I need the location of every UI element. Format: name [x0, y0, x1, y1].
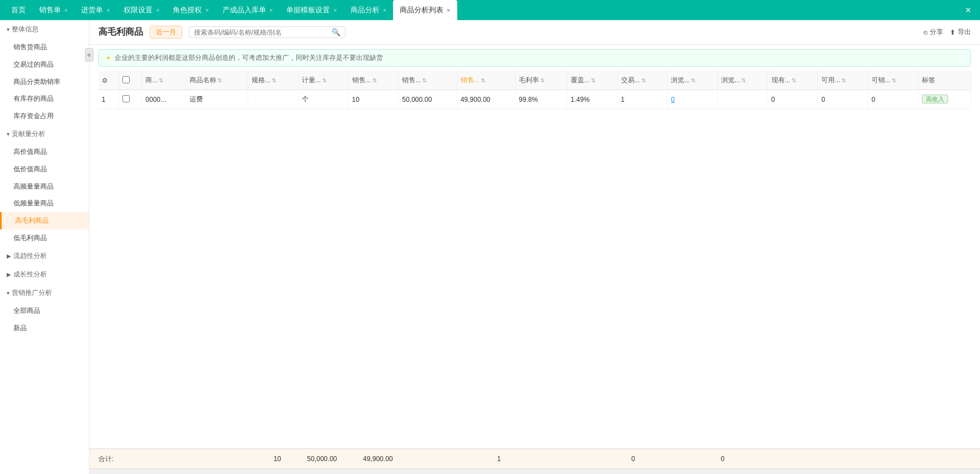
footer-sales-amount: 50,000.00 [304, 455, 359, 463]
search-box: 🔍 [189, 26, 345, 38]
horizontal-scrollbar[interactable] [89, 468, 980, 474]
col-stock-saleable[interactable]: 可销...⇅ [868, 71, 918, 90]
col-code[interactable]: 商...⇅ [142, 71, 186, 90]
close-sales-tab[interactable]: × [64, 7, 68, 13]
cell-tag: 高收入 [918, 90, 970, 109]
page-title: 高毛利商品 [98, 26, 143, 38]
nav-purchase[interactable]: 进货单 × [74, 0, 116, 20]
cell-spec [248, 90, 299, 109]
nav-home[interactable]: 首页 [4, 0, 32, 20]
col-coverage[interactable]: 覆盖...⇅ [567, 71, 617, 90]
sidebar-item-category-rate[interactable]: 商品分类助销率 [0, 73, 89, 91]
nav-permission[interactable]: 权限设置 × [117, 0, 166, 20]
info-banner: ✦ 企业的主要的利润都是这部分商品创造的，可考虑加大推广，同时关注库存是不要出现… [98, 49, 971, 67]
sidebar-item-high-freq[interactable]: 高频量量商品 [0, 178, 89, 195]
sidebar-item-high-margin[interactable]: 高毛利商品 [0, 212, 89, 229]
close-all-button[interactable]: × [960, 4, 976, 16]
nav-role[interactable]: 角色授权 × [166, 0, 215, 20]
col-sales-profit[interactable]: 销售...⇅ [457, 71, 515, 90]
col-views1[interactable]: 浏览...⇅ [667, 71, 718, 90]
sidebar-item-low-margin[interactable]: 低毛利商品 [0, 229, 89, 247]
main-layout: ▾ 整体信息 销售货商品 交易过的商品 商品分类助销率 有库存的商品 库存资金占… [0, 20, 980, 474]
sidebar-item-low-freq[interactable]: 低频量量商品 [0, 195, 89, 212]
sidebar-item-sales-goods[interactable]: 销售货商品 [0, 39, 89, 56]
close-purchase-tab[interactable]: × [106, 7, 110, 13]
share-button[interactable]: ⎋ 分享 [924, 27, 943, 37]
cell-name: 运费 [186, 90, 248, 109]
select-all-checkbox[interactable] [122, 76, 130, 83]
sidebar-group-trend[interactable]: ▶ 流趋性分析 [0, 247, 89, 265]
sidebar-item-stock-capital[interactable]: 库存资金占用 [0, 107, 89, 125]
arrow-right-icon2: ▶ [7, 271, 11, 278]
nav-finished-goods[interactable]: 产成品入库单 × [216, 0, 280, 20]
col-sales-amount[interactable]: 销售...⇅ [399, 71, 457, 90]
cell-transactions: 1 [617, 90, 667, 109]
close-product-analysis-tab[interactable]: × [383, 7, 386, 13]
nav-product-analysis[interactable]: 商品分析 × [344, 0, 393, 20]
top-navigation: 首页 销售单 × 进货单 × 权限设置 × 角色授权 × 产成品入库单 × 单据… [0, 0, 980, 20]
sidebar-item-traded-goods[interactable]: 交易过的商品 [0, 56, 89, 73]
close-template-tab[interactable]: × [333, 7, 337, 13]
cell-coverage: 1.49% [567, 90, 617, 109]
sidebar-item-all-goods[interactable]: 全部商品 [0, 302, 89, 320]
footer-sales-qty: 10 [270, 455, 304, 463]
cell-stock-available: 0 [818, 90, 868, 109]
col-stock-available[interactable]: 可用...⇅ [818, 71, 868, 90]
share-icon: ⎋ [924, 29, 927, 36]
views-link[interactable]: 0 [671, 96, 675, 104]
sidebar-item-low-value[interactable]: 低价值商品 [0, 161, 89, 178]
sidebar-item-in-stock[interactable]: 有库存的商品 [0, 90, 89, 107]
col-views2[interactable]: 浏览...⇅ [717, 71, 768, 90]
col-unit[interactable]: 计量...⇅ [298, 71, 348, 90]
cell-gross-margin: 99.8% [515, 90, 567, 109]
col-transactions[interactable]: 交易...⇅ [617, 71, 667, 90]
sidebar-group-growth[interactable]: ▶ 成长性分析 [0, 265, 89, 284]
col-name[interactable]: 商品名称⇅ [186, 71, 248, 90]
col-gross-margin[interactable]: 毛利率⇅ [515, 71, 567, 90]
filter-recent-month-button[interactable]: 近一月 [150, 26, 182, 39]
col-settings[interactable]: ⚙ [98, 71, 119, 90]
close-finished-goods-tab[interactable]: × [269, 7, 273, 13]
sidebar-item-high-value[interactable]: 高价值商品 [0, 143, 89, 161]
data-table: ⚙ 商...⇅ 商品名称⇅ 规格...⇅ 计量...⇅ 销售...⇅ 销售...… [98, 71, 971, 109]
export-button[interactable]: ⬆ 导出 [950, 27, 971, 37]
row-checkbox[interactable] [122, 95, 130, 102]
footer-stock-current: 0 [628, 455, 673, 463]
close-role-tab[interactable]: × [205, 7, 209, 13]
col-checkbox[interactable] [119, 71, 142, 90]
cell-stock-saleable: 0 [868, 90, 918, 109]
footer-empty4 [673, 455, 717, 463]
cell-views2 [717, 90, 768, 109]
content-header: 高毛利商品 近一月 🔍 ⎋ 分享 ⬆ 导出 [89, 20, 980, 45]
col-stock-current[interactable]: 现有...⇅ [768, 71, 818, 90]
sidebar-item-new-goods[interactable]: 新品 [0, 320, 89, 337]
nav-template[interactable]: 单据模板设置 × [280, 0, 343, 20]
sidebar-group-marketing[interactable]: ▾ 营销推广分析 [0, 284, 89, 302]
search-icon[interactable]: 🔍 [332, 28, 340, 36]
cell-unit: 个 [298, 90, 348, 109]
close-analysis-list-tab[interactable]: × [447, 7, 450, 13]
footer-transactions: 1 [494, 455, 538, 463]
nav-product-analysis-list[interactable]: 商品分析列表 × [393, 0, 457, 20]
table-header-row: ⚙ 商...⇅ 商品名称⇅ 规格...⇅ 计量...⇅ 销售...⇅ 销售...… [98, 71, 971, 90]
sidebar-collapse-button[interactable]: « [85, 48, 93, 62]
col-spec[interactable]: 规格...⇅ [248, 71, 299, 90]
table-footer: 合计: 10 50,000.00 49,900.00 1 0 0 [89, 448, 980, 468]
nav-sales[interactable]: 销售单 × [32, 0, 74, 20]
cell-views1[interactable]: 0 [667, 90, 718, 109]
footer-values: 10 50,000.00 49,900.00 1 0 0 [125, 455, 971, 463]
cell-checkbox[interactable] [119, 90, 142, 109]
sidebar-group-overview[interactable]: ▾ 整体信息 [0, 20, 89, 39]
cell-stock-current: 0 [768, 90, 818, 109]
search-input[interactable] [194, 29, 332, 36]
footer-empty3 [538, 455, 628, 463]
sidebar-group-contribution[interactable]: ▾ 贡献量分析 [0, 125, 89, 143]
col-tag[interactable]: 标签 [918, 71, 970, 90]
arrow-down-icon3: ▾ [7, 290, 10, 296]
col-sales-qty[interactable]: 销售...⇅ [348, 71, 399, 90]
close-permission-tab[interactable]: × [156, 7, 159, 13]
footer-empty2 [415, 455, 494, 463]
export-icon: ⬆ [950, 29, 955, 36]
cell-sales-amount: 50,000.00 [399, 90, 457, 109]
cell-index: 1 [98, 90, 119, 109]
